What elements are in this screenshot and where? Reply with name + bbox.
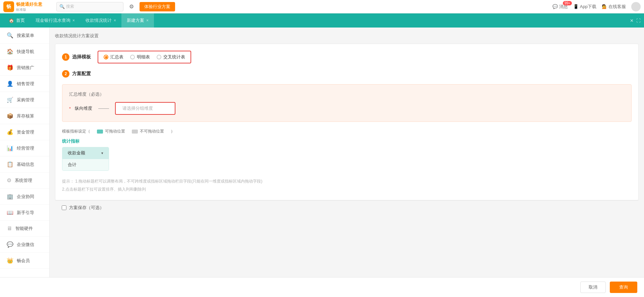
logo-sub: 标准版 [16, 7, 42, 12]
sidebar-item-enterprise[interactable]: 🏢 企业协同 [0, 189, 49, 205]
sidebar-item-marketing[interactable]: 🎁 营销推广 [0, 60, 49, 76]
radio-dot-crosstab [157, 55, 161, 59]
message-button[interactable]: 💬 消息 99+ [552, 4, 568, 10]
wechat-icon: 💬 [7, 241, 13, 248]
metrics-header: 模板指标设定（ 可拖动位置 不可拖动位置 ） [62, 129, 632, 134]
guide-icon: 📖 [7, 209, 13, 216]
sidebar-item-search[interactable]: 🔍 搜索菜单 [0, 28, 49, 44]
sidebar-item-operations[interactable]: 📊 经营管理 [0, 140, 49, 156]
close-window-button[interactable]: ✕ [630, 18, 634, 23]
chevron-down-icon[interactable]: ▾ [101, 151, 103, 155]
save-row: 方案保存（可选） [55, 200, 639, 215]
main-card: 1 选择模板 汇总表 明细表 交叉统计表 [55, 44, 639, 200]
gear-button[interactable]: ⚙ [127, 2, 136, 11]
sidebar-label-finance: 资金管理 [17, 129, 34, 135]
sidebar-item-guide[interactable]: 📖 新手引导 [0, 205, 49, 221]
sidebar-label-quicknav: 快捷导航 [17, 49, 34, 55]
sidebar-label-basic-info: 基础信息 [17, 161, 34, 167]
industry-button[interactable]: 体验行业方案 [140, 2, 175, 11]
maximize-window-button[interactable]: ⛶ [636, 18, 641, 23]
marketing-icon: 🎁 [7, 64, 13, 71]
sidebar-label-inventory: 库存核算 [17, 113, 34, 119]
hardware-icon: 🖥 [7, 226, 12, 232]
cancel-button[interactable]: 取消 [580, 282, 606, 293]
online-service-button[interactable]: 💁 在线客服 [602, 4, 626, 10]
radio-crosstab-label: 交叉统计表 [163, 54, 185, 60]
tab-cash-flow-label: 现金银行流水查询 [36, 17, 70, 23]
search-bar[interactable]: 🔍 搜索 [56, 2, 123, 11]
user-avatar[interactable] [631, 2, 641, 11]
tab-new-plan[interactable]: 新建方案 × [121, 13, 154, 28]
tab-payment-stats-close[interactable]: × [114, 18, 116, 23]
tab-payment-stats[interactable]: 收款情况统计 × [80, 13, 121, 28]
sidebar-item-sales[interactable]: 👤 销售管理 [0, 76, 49, 92]
sidebar-label-member: 畅会员 [17, 258, 30, 264]
sidebar-label-operations: 经营管理 [17, 145, 34, 151]
operations-icon: 📊 [7, 145, 13, 151]
sidebar-item-quicknav[interactable]: 🏠 快捷导航 [0, 44, 49, 60]
metrics-settings-end: ） [171, 129, 175, 134]
sidebar-item-inventory[interactable]: 📦 库存核算 [0, 108, 49, 124]
query-button[interactable]: 查询 [610, 282, 637, 293]
sidebar-item-member[interactable]: 👑 畅会员 [0, 253, 49, 269]
top-header: 畅 畅捷通好生意 标准版 🔍 搜索 ⚙ 体验行业方案 💬 消息 99+ 📱 Ap… [0, 0, 644, 13]
sidebar-item-system[interactable]: ⚙ 系统管理 [0, 172, 49, 189]
radio-dot-summary [104, 55, 108, 59]
tab-home-label: 首页 [16, 17, 25, 23]
purchase-icon: 🛒 [7, 97, 13, 103]
tab-home[interactable]: 🏠 首页 [3, 13, 30, 28]
static-tag: 不可拖动位置 [132, 129, 164, 134]
inventory-icon: 📦 [7, 113, 13, 119]
main-layout: 🔍 搜索菜单 🏠 快捷导航 🎁 营销推广 👤 销售管理 🛒 采购管理 📦 库存核… [0, 28, 644, 277]
online-service-icon: 💁 [602, 4, 607, 9]
radio-detail-label: 明细表 [137, 54, 150, 60]
logo-icon: 畅 [3, 1, 14, 12]
sidebar-item-finance[interactable]: 💰 资金管理 [0, 124, 49, 140]
finance-icon: 💰 [7, 129, 13, 135]
page-title: 收款情况统计方案设置 [55, 33, 639, 39]
metrics-group-label: 统计指标 [62, 138, 632, 144]
sidebar-item-hardware[interactable]: 🖥 智能硬件 [0, 221, 49, 237]
hint-line2: 2.点击标题栏下拉可设置排序、插入列和删除列 [62, 185, 632, 193]
step1-num: 1 [62, 53, 69, 61]
metrics-settings-label: 模板指标设定（ [62, 129, 90, 134]
tab-cash-flow[interactable]: 现金银行流水查询 × [30, 13, 80, 28]
nav-window-controls: ✕ ⛶ [630, 18, 641, 23]
bottom-action-bar: 取消 查询 [0, 277, 644, 297]
message-badge: 99+ [563, 1, 572, 5]
dim-area-label: 汇总维度（必选） [69, 91, 625, 97]
sales-icon: 👤 [7, 81, 13, 87]
system-icon: ⚙ [7, 177, 11, 184]
radio-summary-label: 汇总表 [110, 54, 123, 60]
home-icon: 🏠 [9, 18, 14, 23]
hint-line1: 提示： 1.拖动标题栏可以调整布局，不可跨维度或指标区域拖动栏目字段(只能在同一… [62, 177, 632, 185]
sidebar-label-purchase: 采购管理 [17, 97, 34, 103]
radio-detail[interactable]: 明细表 [130, 54, 150, 60]
app-download-icon: 📱 [573, 4, 579, 9]
tab-new-plan-close[interactable]: × [146, 18, 149, 23]
sidebar-label-enterprise: 企业协同 [17, 194, 34, 200]
step2-num: 2 [62, 70, 69, 78]
message-icon: 💬 [552, 4, 558, 9]
save-checkbox[interactable] [62, 205, 66, 210]
dimension-area: 汇总维度（必选） * 纵向维度 —— 请选择分组维度 [62, 84, 632, 122]
metrics-table: 收款金额 ▾ 合计 [62, 147, 109, 171]
enterprise-icon: 🏢 [7, 193, 13, 200]
static-tag-label: 不可拖动位置 [140, 129, 164, 134]
radio-crosstab[interactable]: 交叉统计表 [157, 54, 185, 60]
app-download-button[interactable]: 📱 App下载 [573, 4, 596, 10]
metrics-col-header[interactable]: 收款金额 ▾ [62, 147, 109, 159]
sidebar-label-guide: 新手引导 [17, 210, 34, 216]
draggable-tag-icon [97, 130, 103, 134]
radio-summary[interactable]: 汇总表 [104, 54, 123, 60]
hints-section: 提示： 1.拖动标题栏可以调整布局，不可跨维度或指标区域拖动栏目字段(只能在同一… [62, 177, 632, 193]
sidebar-label-system: 系统管理 [15, 178, 32, 184]
tab-cash-flow-close[interactable]: × [72, 18, 75, 23]
dim-select-box[interactable]: 请选择分组维度 [115, 102, 175, 115]
sidebar-item-wechat[interactable]: 💬 企业微信 [0, 237, 49, 253]
required-star: * [69, 106, 71, 111]
logo-area: 畅 畅捷通好生意 标准版 [3, 1, 53, 12]
sidebar-item-purchase[interactable]: 🛒 采购管理 [0, 92, 49, 108]
step2-row: 2 方案配置 [62, 70, 632, 78]
sidebar-item-basic-info[interactable]: 📋 基础信息 [0, 156, 49, 172]
